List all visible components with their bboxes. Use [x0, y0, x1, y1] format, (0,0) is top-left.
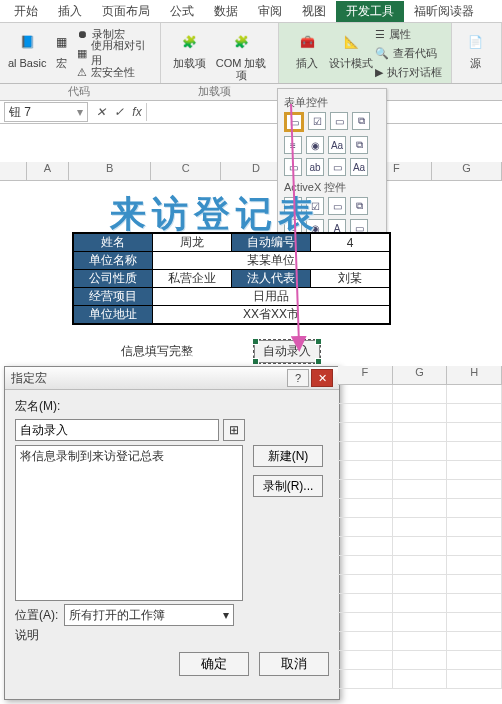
- col-c[interactable]: C: [151, 162, 221, 180]
- macro-security-button[interactable]: ⚠宏安全性: [77, 63, 154, 81]
- col-h2[interactable]: H: [447, 366, 502, 384]
- form-checkbox-control[interactable]: ▭: [330, 112, 348, 130]
- ribbon: 📘 al Basic ▦ 宏 ⏺录制宏 ▦使用相对引用 ⚠宏安全性 加载项 🧩: [0, 23, 502, 84]
- ax-combo-control[interactable]: ⧉: [350, 197, 368, 215]
- tab-developer[interactable]: 开发工具: [336, 1, 404, 22]
- dialog-title: 指定宏: [11, 370, 47, 387]
- ref-edit-button[interactable]: ⊞: [223, 419, 245, 441]
- col-b[interactable]: B: [69, 162, 151, 180]
- fx-icon[interactable]: fx: [128, 103, 146, 121]
- val-business[interactable]: 日用品: [153, 288, 390, 306]
- form-combo-control[interactable]: ☑: [308, 112, 326, 130]
- macro-list-item[interactable]: 将信息录制到来访登记总表: [20, 448, 238, 465]
- grid-icon: ▦: [77, 47, 87, 60]
- code-icon: 🔍: [375, 47, 389, 60]
- form-button-control[interactable]: ▭: [284, 112, 304, 132]
- val-address[interactable]: XX省XX市: [153, 306, 390, 324]
- lbl-nature: 公司性质: [74, 270, 153, 288]
- tab-home[interactable]: 开始: [4, 1, 48, 22]
- val-legal[interactable]: 刘某: [311, 270, 390, 288]
- tab-review[interactable]: 审阅: [248, 1, 292, 22]
- form-spin-control[interactable]: ⧉: [352, 112, 370, 130]
- form-combo2-control[interactable]: ▭: [328, 158, 346, 176]
- macro-icon: ▦: [49, 29, 75, 55]
- vb-icon: 📘: [14, 29, 40, 55]
- record-icon: ⏺: [77, 28, 88, 40]
- form-option-control[interactable]: ◉: [306, 136, 324, 154]
- form-text-control[interactable]: ab: [306, 158, 324, 176]
- tab-layout[interactable]: 页面布局: [92, 1, 160, 22]
- play-icon: ▶: [375, 66, 383, 79]
- val-company[interactable]: 某某单位: [153, 252, 390, 270]
- cancel-button[interactable]: 取消: [259, 652, 329, 676]
- form-group-control[interactable]: ⧉: [350, 136, 368, 154]
- properties-button[interactable]: ☰属性: [375, 25, 442, 43]
- tab-formula[interactable]: 公式: [160, 1, 204, 22]
- tab-view[interactable]: 视图: [292, 1, 336, 22]
- macros-button[interactable]: ▦ 宏: [48, 25, 75, 85]
- lower-grid: F G H: [338, 366, 502, 704]
- ax-text-control[interactable]: ▭: [328, 197, 346, 215]
- group-addins-label: 加载项: [158, 84, 270, 100]
- xml-source-button[interactable]: 📄 源: [458, 25, 494, 81]
- val-name[interactable]: 周龙: [153, 234, 232, 252]
- col-f2[interactable]: F: [338, 366, 393, 384]
- macro-list[interactable]: 将信息录制到来访登记总表: [15, 445, 243, 601]
- lbl-legal: 法人代表: [232, 270, 311, 288]
- auto-entry-button[interactable]: 自动录入: [254, 340, 320, 363]
- ruler-icon: 📐: [338, 29, 364, 55]
- form-label-control[interactable]: Aa: [328, 136, 346, 154]
- form-controls-label: 表单控件: [284, 95, 380, 110]
- ribbon-tabs: 开始 插入 页面布局 公式 数据 审阅 视图 开发工具 福昕阅读器: [0, 0, 502, 23]
- macro-name-label: 宏名(M):: [15, 398, 60, 415]
- addin-icon: 🧩: [176, 29, 202, 55]
- source-icon: 📄: [463, 29, 489, 55]
- tab-data[interactable]: 数据: [204, 1, 248, 22]
- description-label: 说明: [15, 627, 39, 644]
- visitor-table: 姓名 周龙 自动编号 4 单位名称 某某单位 公司性质 私营企业 法人代表 刘某…: [72, 232, 391, 325]
- info-complete-label: 信息填写完整: [72, 343, 242, 360]
- dialog-close-button[interactable]: ✕: [311, 369, 333, 387]
- lbl-autoid: 自动编号: [232, 234, 311, 252]
- shield-icon: ⚠: [77, 66, 87, 79]
- name-box[interactable]: 钮 7▾: [4, 102, 88, 122]
- tab-insert[interactable]: 插入: [48, 1, 92, 22]
- macro-location-select[interactable]: 所有打开的工作簿 ▾: [64, 604, 234, 626]
- lbl-address: 单位地址: [74, 306, 153, 324]
- com-addins-button[interactable]: 🧩 COM 加载项: [211, 25, 271, 85]
- toolbox-icon: 🧰: [294, 29, 320, 55]
- form-list-control[interactable]: ≡: [284, 136, 302, 154]
- form-scroll-control[interactable]: ▭: [284, 158, 302, 176]
- tab-foxit[interactable]: 福昕阅读器: [404, 1, 484, 22]
- run-dialog-button[interactable]: ▶执行对话框: [375, 63, 442, 81]
- insert-controls-button[interactable]: 🧰 插入: [285, 25, 329, 85]
- lbl-name: 姓名: [74, 234, 153, 252]
- col-g[interactable]: G: [432, 162, 502, 180]
- val-autoid[interactable]: 4: [311, 234, 390, 252]
- addins-button[interactable]: 🧩 加载项: [167, 25, 211, 85]
- macro-name-input[interactable]: [15, 419, 219, 441]
- col-g2[interactable]: G: [393, 366, 448, 384]
- ok-button[interactable]: 确定: [179, 652, 249, 676]
- view-code-button[interactable]: 🔍查看代码: [375, 44, 442, 62]
- dialog-help-button[interactable]: ?: [287, 369, 309, 387]
- cancel-fx-icon[interactable]: ✕: [92, 103, 110, 121]
- relative-ref-button[interactable]: ▦使用相对引用: [77, 44, 154, 62]
- chevron-down-icon[interactable]: ▾: [77, 105, 83, 119]
- collapse-icon: ⊞: [229, 423, 239, 437]
- new-macro-button[interactable]: 新建(N): [253, 445, 323, 467]
- lbl-company: 单位名称: [74, 252, 153, 270]
- formula-bar: 钮 7▾ ✕ ✓ fx: [0, 101, 502, 124]
- enter-fx-icon[interactable]: ✓: [110, 103, 128, 121]
- com-icon: 🧩: [228, 29, 254, 55]
- col-a[interactable]: A: [27, 162, 70, 180]
- record-macro-button[interactable]: 录制(R)...: [253, 475, 323, 497]
- list-icon: ☰: [375, 28, 385, 41]
- visual-basic-button[interactable]: 📘 al Basic: [6, 25, 48, 85]
- chevron-down-icon[interactable]: ▾: [223, 608, 229, 622]
- form-edit-control[interactable]: Aa: [350, 158, 368, 176]
- val-nature[interactable]: 私营企业: [153, 270, 232, 288]
- design-mode-button[interactable]: 📐 设计模式: [329, 25, 373, 85]
- macro-location-label: 位置(A):: [15, 607, 58, 624]
- column-headers: A B C D E F G: [0, 162, 502, 181]
